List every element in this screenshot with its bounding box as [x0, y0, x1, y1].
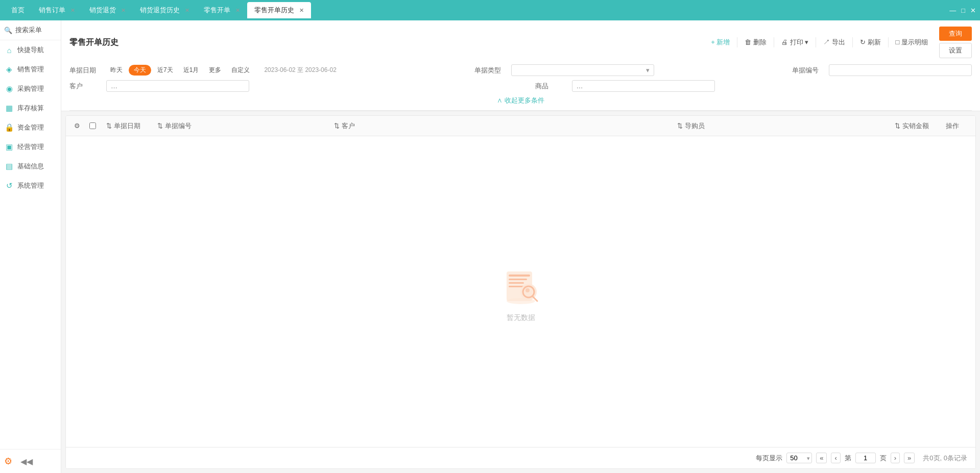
- page-size-wrapper[interactable]: 10 20 50 100: [786, 453, 812, 463]
- purchase-icon: ◉: [4, 84, 14, 93]
- tab-retail-open-history[interactable]: 零售开单历史 ✕: [247, 2, 311, 18]
- sidebar: 🔍 搜索采单 ⌂ 快捷导航 ◈ 销售管理 ◉ 采购管理 ▦ 库存核算 🔒 资金管…: [0, 20, 61, 473]
- th-salesperson[interactable]: ⇅ 导购员: [672, 117, 723, 135]
- refresh-button[interactable]: ↻ 刷新: [860, 38, 881, 47]
- page-label: 第: [845, 454, 851, 463]
- page-number-input[interactable]: [855, 453, 876, 463]
- tab-sales-order[interactable]: 销售订单 ✕: [32, 2, 82, 18]
- display-detail-button[interactable]: □ 显示明细: [896, 38, 928, 47]
- table-header: ⚙ ⇅ 单据日期 ⇅ 单据编号 ⇅ 客户 ⇅ 导购员: [66, 116, 975, 136]
- sidebar-item-purchase-mgmt[interactable]: ◉ 采购管理: [0, 79, 61, 98]
- first-page-btn[interactable]: «: [816, 453, 827, 463]
- sidebar-item-sales-mgmt[interactable]: ◈ 销售管理: [0, 60, 61, 79]
- date-opt-more[interactable]: 更多: [205, 65, 225, 76]
- empty-text: 暂无数据: [507, 313, 535, 322]
- tab-bar: 首页 销售订单 ✕ 销货退货 ✕ 销货退货历史 ✕ 零售开单 ✕ 零售开单历史 …: [0, 0, 980, 20]
- bill-type-label: 单据类型: [474, 66, 503, 75]
- th-action: 操作: [941, 117, 971, 135]
- page-size-select[interactable]: 10 20 50 100: [786, 453, 812, 463]
- tab-home[interactable]: 首页: [4, 2, 32, 18]
- customer-label: 客户: [69, 82, 98, 91]
- print-button[interactable]: 🖨 打印 ▾: [781, 38, 808, 47]
- sidebar-item-quick-nav[interactable]: ⌂ 快捷导航: [0, 40, 61, 60]
- settings-gear-icon[interactable]: ⚙: [4, 456, 12, 467]
- bill-no-label: 单据编号: [792, 66, 821, 75]
- sidebar-item-system-mgmt[interactable]: ↺ 系统管理: [0, 176, 61, 195]
- sales-icon: ◈: [4, 65, 14, 74]
- finance-icon: 🔒: [4, 123, 14, 132]
- delete-button[interactable]: 🗑 删除: [745, 38, 767, 47]
- empty-state: 暂无数据: [66, 136, 975, 447]
- bill-type-select[interactable]: ▾: [511, 64, 654, 76]
- table-settings-btn[interactable]: ⚙: [70, 118, 84, 134]
- tab-close-sales-return[interactable]: ✕: [121, 7, 126, 14]
- minimize-btn[interactable]: —: [949, 7, 956, 14]
- tab-sales-return-history[interactable]: 销货退货历史 ✕: [133, 2, 197, 18]
- tab-close-retail-open-history[interactable]: ✕: [299, 7, 304, 14]
- maximize-btn[interactable]: □: [961, 7, 965, 14]
- page-header: 零售开单历史 + 新增 🗑 删除 🖨 打印 ▾ ↗ 导出: [61, 20, 980, 111]
- bill-type-chevron: ▾: [646, 66, 650, 74]
- date-opt-1month[interactable]: 近1月: [179, 65, 203, 76]
- empty-state-icon: [495, 261, 546, 307]
- toolbar-actions: + 新增 🗑 删除 🖨 打印 ▾ ↗ 导出: [711, 27, 972, 58]
- th-billno[interactable]: ⇅ 单据编号: [152, 117, 329, 135]
- last-page-btn[interactable]: »: [904, 453, 915, 463]
- svg-rect-3: [509, 279, 527, 280]
- date-range-text: 2023-06-02 至 2023-06-02: [264, 66, 336, 74]
- svg-rect-4: [509, 282, 524, 284]
- goods-text-input[interactable]: [577, 82, 710, 90]
- date-options: 昨天 今天 近7天 近1月 更多 自定义: [106, 65, 254, 76]
- th-customer[interactable]: ⇅ 客户: [329, 117, 672, 135]
- date-opt-yesterday[interactable]: 昨天: [106, 65, 127, 76]
- bill-no-text-input[interactable]: [833, 66, 967, 74]
- tab-close-sales-return-history[interactable]: ✕: [185, 7, 189, 14]
- total-text: 共0页, 0条记录: [923, 454, 967, 463]
- operations-icon: ▣: [4, 142, 14, 152]
- sidebar-collapse-icon[interactable]: ◀◀: [20, 457, 33, 466]
- page-size-label: 每页显示: [756, 454, 782, 463]
- add-button[interactable]: + 新增: [711, 38, 730, 47]
- table-select-all[interactable]: [84, 118, 101, 133]
- sidebar-item-operations[interactable]: ▣ 经营管理: [0, 137, 61, 157]
- pagination: 每页显示 10 20 50 100 « ‹ 第 页 › » 共0页, 0条记录: [66, 447, 975, 468]
- sidebar-item-finance-mgmt[interactable]: 🔒 资金管理: [0, 118, 61, 137]
- svg-rect-2: [509, 275, 530, 277]
- bill-no-input[interactable]: [829, 64, 972, 76]
- inventory-icon: ▦: [4, 104, 14, 113]
- th-amount[interactable]: ⇅ 实销金额: [890, 117, 941, 135]
- basic-info-icon: ▤: [4, 162, 14, 171]
- close-btn[interactable]: ✕: [970, 7, 976, 14]
- filter-area: 单据日期 昨天 今天 近7天 近1月 更多 自定义 2023-06-02 至 2…: [69, 64, 972, 111]
- content-area: 零售开单历史 + 新增 🗑 删除 🖨 打印 ▾ ↗ 导出: [61, 20, 980, 473]
- date-opt-today[interactable]: 今天: [129, 65, 151, 76]
- collapse-label: ∧ 收起更多条件: [497, 96, 544, 105]
- export-button[interactable]: ↗ 导出: [823, 38, 845, 47]
- goods-label: 商品: [535, 82, 564, 91]
- page-title: 零售开单历史: [69, 37, 118, 48]
- table-container: ⚙ ⇅ 单据日期 ⇅ 单据编号 ⇅ 客户 ⇅ 导购员: [65, 115, 976, 469]
- tab-sales-return[interactable]: 销货退货 ✕: [82, 2, 133, 18]
- setting-button[interactable]: 设置: [939, 43, 972, 58]
- goods-input[interactable]: [572, 80, 715, 92]
- date-opt-7days[interactable]: 近7天: [153, 65, 177, 76]
- window-controls: — □ ✕: [949, 7, 976, 14]
- search-icon: 🔍: [4, 27, 12, 34]
- tab-close-retail-open[interactable]: ✕: [235, 7, 240, 14]
- collapse-button[interactable]: ∧ 收起更多条件: [69, 96, 972, 105]
- tab-retail-open[interactable]: 零售开单 ✕: [197, 2, 247, 18]
- th-date[interactable]: ⇅ 单据日期: [101, 117, 152, 135]
- select-all-checkbox[interactable]: [89, 122, 96, 129]
- sidebar-search[interactable]: 🔍 搜索采单: [0, 20, 61, 40]
- prev-page-btn[interactable]: ‹: [831, 453, 840, 463]
- sidebar-item-basic-info[interactable]: ▤ 基础信息: [0, 157, 61, 176]
- page-suffix: 页: [880, 454, 887, 463]
- date-opt-custom[interactable]: 自定义: [227, 65, 254, 76]
- query-button[interactable]: 查询: [939, 27, 972, 41]
- customer-text-input[interactable]: [111, 82, 245, 90]
- customer-input[interactable]: [106, 80, 249, 92]
- next-page-btn[interactable]: ›: [891, 453, 900, 463]
- tab-close-sales-order[interactable]: ✕: [70, 7, 75, 14]
- home-icon: ⌂: [4, 46, 14, 55]
- sidebar-item-inventory[interactable]: ▦ 库存核算: [0, 98, 61, 118]
